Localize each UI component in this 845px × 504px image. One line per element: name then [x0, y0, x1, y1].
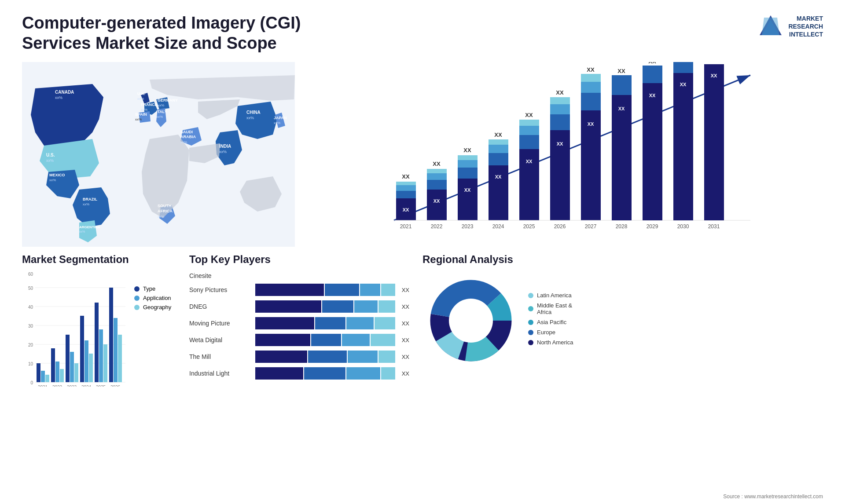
legend-asiapac: Asia Pacific — [528, 319, 573, 325]
bar-2023-label: XX — [464, 187, 471, 193]
bar-2023-seg1 — [458, 179, 478, 220]
growth-chart: XX XX XX XX — [308, 62, 823, 247]
china-label: CHINA — [246, 110, 261, 115]
player-dneg-seg1 — [255, 300, 321, 313]
bar-2030-seg1 — [673, 73, 693, 220]
bar-2022-label: XX — [434, 198, 440, 204]
seg-2026-geo — [118, 335, 122, 382]
player-sony-seg1 — [255, 284, 324, 296]
segmentation-section: Market Segmentation 0 10 20 30 40 50 60 — [22, 253, 176, 387]
logo-icon — [757, 13, 784, 40]
bar-2028-seg2 — [612, 75, 632, 95]
bar-2023-seg3 — [458, 160, 478, 168]
bar-2024-seg1 — [489, 165, 508, 220]
regional-title: Regional Analysis — [422, 253, 607, 266]
legend-asiapac-label: Asia Pacific — [537, 319, 566, 325]
player-mp-seg4 — [375, 317, 395, 329]
player-ind-seg3 — [346, 367, 381, 380]
argentina-label: ARGENTINA — [79, 225, 100, 229]
bar-2031-seg1 — [704, 64, 724, 220]
axis-2030: 2030 — [677, 223, 689, 230]
bar-2023-seg4 — [458, 155, 478, 160]
bar-2025-seg2 — [519, 135, 539, 149]
player-dneg-seg4 — [378, 300, 395, 313]
player-sony-value: XX — [402, 287, 409, 293]
bottom-row: Market Segmentation 0 10 20 30 40 50 60 — [22, 253, 823, 387]
legend-northamerica-label: North America — [537, 339, 573, 346]
page-title: Computer-generated Imagery (CGI) Service… — [22, 13, 330, 53]
argentina-value: xx% — [79, 230, 85, 233]
bar-2027-seg1 — [581, 110, 601, 220]
us-label: U.S. — [46, 153, 55, 157]
key-players-section: Top Key Players Cinesite Sony Pictures — [189, 253, 409, 387]
legend-latam-label: Latin America — [537, 292, 572, 299]
bar-2022-seg3 — [427, 173, 447, 180]
bar-2024-seg4 — [489, 139, 508, 145]
val-2028: XX — [617, 68, 625, 74]
bar-2026-seg4 — [550, 97, 570, 104]
legend-europe-label: Europe — [537, 329, 555, 336]
val-2029: XX — [648, 62, 656, 65]
key-players-title: Top Key Players — [189, 253, 409, 266]
player-sony-seg3 — [360, 284, 381, 296]
legend-mea: Middle East &Africa — [528, 302, 573, 315]
bar-2021-seg3 — [396, 185, 416, 191]
italy-label: ITALY — [156, 110, 167, 114]
svg-text:40: 40 — [28, 305, 33, 310]
seg-2023-type — [66, 335, 70, 382]
legend-type-label: Type — [143, 285, 155, 292]
axis-2022: 2022 — [431, 223, 443, 230]
player-weta-seg2 — [311, 334, 342, 346]
player-weta-bar — [255, 334, 395, 346]
player-sony: Sony Pictures XX — [189, 284, 409, 296]
china-shape — [235, 102, 277, 139]
player-list: Cinesite Sony Pictures XX DNE — [189, 272, 409, 380]
svg-text:50: 50 — [28, 286, 33, 291]
svg-text:0: 0 — [30, 380, 33, 385]
bar-2028-seg1 — [612, 95, 632, 220]
legend-asiapac-dot — [528, 320, 533, 325]
player-mill-seg3 — [348, 351, 378, 363]
player-industrial-value: XX — [402, 370, 409, 377]
legend-latam-dot — [528, 293, 533, 298]
map-section: CANADA xx% U.S. xx% MEXICO xx% BRAZIL xx… — [22, 62, 295, 247]
bar-2029-seg2 — [643, 66, 662, 83]
germany-value: xx% — [158, 103, 164, 107]
player-dneg-seg2 — [322, 300, 354, 313]
val-2027: XX — [587, 66, 595, 73]
bar-2027-label: XX — [588, 121, 594, 127]
mexico-label: MEXICO — [49, 173, 65, 177]
legend-geography-dot — [134, 305, 140, 310]
india-label: INDIA — [219, 144, 231, 149]
seg-2026-app — [114, 318, 118, 382]
seg-2023-geo — [74, 363, 78, 382]
legend-application: Application — [134, 295, 171, 301]
svg-text:2023: 2023 — [67, 385, 77, 387]
saudiarabia-label2: ARABIA — [180, 135, 196, 139]
seg-2022-geo — [60, 369, 64, 382]
italy-value: xx% — [156, 115, 163, 119]
svg-text:2026: 2026 — [110, 385, 121, 387]
world-map: CANADA xx% U.S. xx% MEXICO xx% BRAZIL xx… — [22, 62, 295, 247]
axis-2021: 2021 — [400, 223, 412, 230]
player-sony-name: Sony Pictures — [189, 286, 251, 293]
bar-2024-label: XX — [495, 174, 502, 179]
bar-2024-seg3 — [489, 145, 508, 153]
player-cinesite-name: Cinesite — [189, 272, 251, 279]
canada-value: xx% — [55, 95, 62, 100]
player-mp-seg2 — [315, 317, 345, 329]
bar-2027-seg4 — [581, 74, 601, 82]
player-dneg-bar — [255, 300, 395, 313]
player-moving-picture-value: XX — [402, 320, 409, 327]
axis-2023: 2023 — [462, 223, 474, 230]
svg-text:2025: 2025 — [96, 385, 106, 387]
axis-2031: 2031 — [708, 223, 720, 230]
logo-container: MARKET RESEARCH INTELLECT — [757, 13, 823, 40]
player-weta-seg3 — [342, 334, 369, 346]
seg-2022-type — [51, 348, 55, 382]
bar-2025-label: XX — [526, 159, 533, 164]
player-mp-seg3 — [346, 317, 374, 329]
player-ind-seg1 — [255, 367, 303, 380]
player-weta-seg1 — [255, 334, 310, 346]
seg-2021-type — [37, 363, 40, 382]
